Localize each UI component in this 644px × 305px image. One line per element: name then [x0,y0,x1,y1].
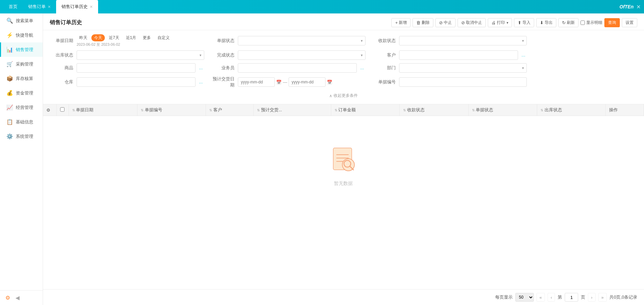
th-customer[interactable]: ⇅ 客户 [206,104,254,116]
sidebar-item-basic-info[interactable]: 📋 基础信息 [0,115,43,129]
th-settings[interactable]: ⚙ [43,104,56,116]
date-btn-1month[interactable]: 近1月 [123,34,139,41]
sidebar-settings-icon[interactable]: ⚙ [5,295,10,301]
dept-select[interactable] [399,63,527,73]
date-btn-yesterday[interactable]: 昨天 [77,34,90,41]
customer-ellipsis-btn[interactable]: … [520,53,527,58]
customer-input[interactable] [399,50,518,60]
show-detail-checkbox[interactable] [581,21,585,25]
page-number-label: 第 [558,294,562,300]
sort-customer-icon: ⇅ [209,108,212,112]
status-control [238,36,366,45]
outbound-status-select-wrapper [77,50,204,60]
tab-history-close[interactable]: ✕ [90,5,93,9]
th-order-amount[interactable]: ⇅ 订单金额 [331,104,399,116]
delete-button[interactable]: 🗑 删除 [413,18,433,27]
sidebar-item-search-menu[interactable]: 🔍 搜索菜单 [0,13,43,28]
last-page-btn[interactable]: » [598,293,607,302]
stop-button[interactable]: ⊘ 中止 [435,18,456,27]
th-order-no[interactable]: ⇅ 单据编号 [137,104,206,116]
delivery-date-start-input[interactable] [238,77,275,87]
toolbar: + 新增 🗑 删除 ⊘ 中止 ⊘ 取消中止 🖨 打印 [391,18,637,27]
next-page-btn[interactable]: › [588,293,595,302]
print-button[interactable]: 🖨 打印 ▾ [488,18,512,27]
select-all-checkbox[interactable] [60,107,65,112]
product-control: … [77,63,204,73]
tab-sales-order-history[interactable]: 销售订单历史 ✕ [56,0,98,13]
quick-nav-icon: ⚡ [6,32,13,38]
sidebar-item-ops-mgmt[interactable]: 📈 经营管理 [0,100,43,115]
calendar-end-icon[interactable]: 📅 [327,80,332,85]
settings-button[interactable]: 设置 [622,18,637,27]
pagination-bar: 每页显示 50 10 20 100 « ‹ 第 页 › » 共0页,0条记录 [43,289,644,305]
salesperson-ellipsis-btn[interactable]: … [359,66,366,70]
delivery-date-end-input[interactable] [289,77,326,87]
date-btn-custom[interactable]: 自定义 [155,34,172,41]
th-outbound-status[interactable]: ⇅ 出库状态 [537,104,605,116]
query-button[interactable]: 查询 [604,18,620,27]
sidebar-item-sales-mgmt[interactable]: 📊 销售管理 [0,42,43,57]
th-doc-status[interactable]: ⇅ 单据状态 [468,104,537,116]
outbound-status-control [77,50,204,60]
product-input[interactable] [77,63,196,73]
order-number-input[interactable] [399,77,527,87]
th-payment-status[interactable]: ⇅ 收款状态 [400,104,468,116]
th-check[interactable] [56,104,69,116]
page-size-select[interactable]: 50 10 20 100 [515,293,534,302]
product-ellipsis-btn[interactable]: … [198,66,204,70]
delivery-date-row: 📅 — 📅 [238,77,332,87]
salesperson-label: 业务员 [211,65,238,71]
th-delivery-date[interactable]: ⇅ 预计交货... [254,104,331,116]
status-select[interactable] [238,36,366,45]
date-btn-today[interactable]: 今天 [91,34,105,41]
page-number-input[interactable] [565,293,578,302]
sidebar-collapse-icon[interactable]: ◀ [15,295,19,301]
calendar-start-icon[interactable]: 📅 [276,80,282,85]
sort-date-icon: ⇅ [72,108,75,112]
collapse-row[interactable]: ∧ 收起更多条件 [50,91,637,100]
page-unit-label: 页 [581,294,585,300]
export-button[interactable]: ⬇ 导出 [536,18,556,27]
sidebar-item-sys-mgmt[interactable]: ⚙️ 系统管理 [0,129,43,144]
date-btn-more[interactable]: 更多 [140,34,154,41]
refresh-button[interactable]: ↻ 刷新 [558,18,578,27]
show-detail-checkbox-label[interactable]: 显示明细 [581,20,602,26]
th-date[interactable]: ⇅ 单据日期 [69,104,137,116]
sidebar-item-purchase-mgmt[interactable]: 🛒 采购管理 [0,57,43,71]
sidebar-item-fund-mgmt[interactable]: 💰 资金管理 [0,86,43,100]
collapse-up-icon: ∧ [329,93,332,98]
empty-state: 暂无数据 [43,116,644,214]
sidebar-item-inventory-calc[interactable]: 📦 库存核算 [0,71,43,86]
data-table: ⚙ ⇅ 单据日期 ⇅ 单据编号 [43,104,644,214]
import-icon: ⬆ [518,20,521,25]
date-btn-7days[interactable]: 近7天 [106,34,122,41]
import-button[interactable]: ⬆ 导入 [514,18,534,27]
tab-sales-order[interactable]: 销售订单 ✕ [23,0,56,13]
prev-page-icon: ‹ [551,295,552,300]
empty-text: 暂无数据 [334,181,353,187]
warehouse-input[interactable] [77,77,196,87]
warehouse-ellipsis-btn[interactable]: … [198,80,204,84]
window-close-btn[interactable]: ✕ [636,4,641,10]
filter-row-2: 出库状态 完成状态 客户 [50,50,637,60]
tab-home[interactable]: 首页 [3,0,23,13]
first-page-btn[interactable]: « [536,293,545,302]
sidebar-item-quick-nav[interactable]: ⚡ 快捷导航 [0,28,43,42]
prev-page-btn[interactable]: ‹ [548,293,555,302]
dept-control [399,63,527,73]
new-button[interactable]: + 新增 [391,18,411,27]
order-number-label: 单据编号 [372,79,399,85]
table-container: ⚙ ⇅ 单据日期 ⇅ 单据编号 [43,104,644,289]
salesperson-input[interactable] [238,63,357,73]
top-bar: 首页 销售订单 ✕ 销售订单历史 ✕ OfTEn ✕ [0,0,644,13]
date-label: 单据日期 [50,38,77,44]
cancel-stop-button[interactable]: ⊘ 取消中止 [458,18,486,27]
payment-status-select[interactable] [399,36,527,45]
warehouse-control: … [77,77,204,87]
fund-mgmt-icon: 💰 [6,90,13,96]
outbound-status-select[interactable] [77,50,204,60]
settings-icon[interactable]: ⚙ [46,108,50,113]
complete-status-select-wrapper [238,50,366,60]
complete-status-select[interactable] [238,50,366,60]
tab-sales-order-close[interactable]: ✕ [48,5,51,9]
